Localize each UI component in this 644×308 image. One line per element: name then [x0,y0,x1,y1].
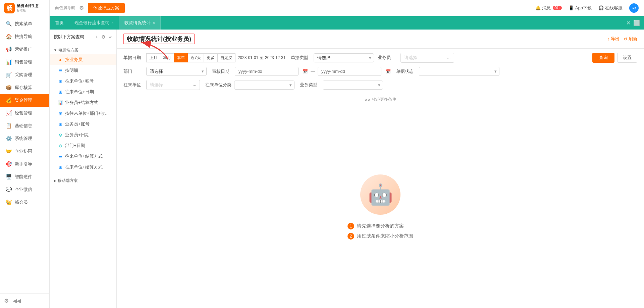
sidebar-item-member[interactable]: 👑 畅会员 [0,196,49,209]
add-plan-button[interactable]: + [95,34,99,40]
plan-item-by-salesperson[interactable]: ● 按业务员 [50,54,116,65]
calendar-from-icon[interactable]: 📅 [303,69,308,74]
sidebar-item-label: 企业协同 [15,148,32,154]
sidebar-item-shortcut[interactable]: 🏠 快捷导航 [0,30,49,43]
collapse-bar[interactable]: ∧∧ 收起更多条件 [123,94,637,105]
trial-button[interactable]: 体验行业方案 [88,3,125,13]
biztype-select[interactable] [323,81,383,90]
doctype-select[interactable]: 请选择 [314,53,374,62]
sidebar-item-purchase[interactable]: 🛒 采购管理 [0,68,49,81]
unit-date-icon: ⊞ [58,90,63,95]
date-tab-last-month[interactable]: 上月 [146,53,160,62]
sidebar-item-label: 销售管理 [15,59,32,65]
sidebar-item-wechat[interactable]: 💬 企业微信 [0,183,49,196]
sidebar-item-hardware[interactable]: 🖥️ 智能硬件 [0,170,49,183]
filter-date-item: 单据日期 上月 本月 本年 近7天 更多 自定义 2023-01-01 [123,53,285,62]
filter-row-1: 单据日期 上月 本月 本年 近7天 更多 自定义 2023-01-01 [123,53,637,63]
app-download-button[interactable]: 📱 App下载 [569,5,592,11]
filter-doctype-item: 单据类型 请选择 ▾ [291,53,372,62]
plan-item-dept-date[interactable]: ⊙ 部门+日期 [50,140,116,151]
plan-item-by-detail[interactable]: ☰ 按明细 [50,65,116,76]
filter-row-3: 往来单位 请选择 ··· 往来单位分类 [123,80,637,90]
step-2-number: 2 [347,233,354,240]
plan-group-mobile[interactable]: ▶ 移动端方案 [50,175,116,185]
plan-item-unit-dept-collect[interactable]: ⊞ 按往来单位+部门+收... [50,108,116,119]
sidebar-item-enterprise[interactable]: 🤝 企业协同 [0,145,49,158]
salesperson-placeholder: 请选择 [404,55,417,61]
plan-item-unit-date[interactable]: ⊞ 往来单位+日期 [50,87,116,97]
sidebar-item-business[interactable]: 📈 经营管理 [0,107,49,119]
date-tab-7days[interactable]: 近7天 [187,53,204,62]
plan-item-salesperson-settle[interactable]: 📊 业务员+结算方式 [50,97,116,108]
sidebar-item-sales[interactable]: 📊 销售管理 [0,56,49,68]
gear-icon: ⚙️ [5,136,12,142]
left-panel-actions: + ⚙ « [95,34,112,40]
plan-item-unit-account[interactable]: ⊞ 往来单位+账号 [50,76,116,87]
search-icon: 🔍 [5,21,12,27]
salesperson-input-wrap[interactable]: 请选择 ··· [400,53,454,63]
tab-collection-close-icon[interactable]: × [153,21,155,25]
sidebar-item-guide[interactable]: 🎯 新手引导 [0,158,49,170]
calendar-to-icon[interactable]: 📅 [385,69,391,74]
unit-settle1-icon: ☰ [58,154,63,159]
customer-service-button[interactable]: 🎧 在线客服 [598,5,623,11]
audit-date-to[interactable] [318,67,381,76]
settings-button[interactable]: 设置 [617,53,637,63]
tab-cashflow[interactable]: 现金银行流水查询 × [69,16,119,30]
date-tab-this-year[interactable]: 本年 [174,53,188,62]
settings-footer-icon[interactable]: ⚙ [4,298,9,304]
plan-group-desktop[interactable]: ▼ 电脑端方案 [50,45,116,54]
date-tab-more[interactable]: 更多 [204,53,218,62]
logo-icon: 畅 [4,3,15,13]
dept-date-icon: ⊙ [58,143,63,148]
sidebar-item-basic[interactable]: 📋 基础信息 [0,119,49,132]
tab-home[interactable]: 首页 [50,16,69,30]
collapse-footer-icon[interactable]: ◀◀ [13,298,21,304]
filter-dept-item: 部门 请选择 [123,67,207,76]
user-avatar[interactable]: Rit [629,3,639,13]
tab-cashflow-close-icon[interactable]: × [111,21,113,25]
plan-settings-icon[interactable]: ⚙ [101,34,106,40]
sidebar-item-system[interactable]: ⚙️ 系统管理 [0,132,49,145]
sidebar-item-finance[interactable]: 💰 资金管理 [0,94,49,107]
tab-collection[interactable]: 收款情况统计 × [119,16,160,30]
query-button[interactable]: 查询 [592,53,614,63]
dept-select[interactable]: 请选择 [146,67,207,76]
export-button[interactable]: ↑ 导出 [607,36,620,42]
date-tab-custom[interactable]: 自定义 [217,53,235,62]
biztype-label: 业务类型 [300,82,320,88]
filter-area: 单据日期 上月 本月 本年 近7天 更多 自定义 2023-01-01 [117,49,644,109]
plan-item-unit-settle2[interactable]: ⊞ 往来单位+结算方式 [50,162,116,172]
money-icon: 💰 [5,97,12,103]
sidebar-item-inventory[interactable]: 📦 库存核算 [0,81,49,94]
collapse-panel-icon[interactable]: « [108,34,112,40]
empty-robot-illustration: 🤖 [360,174,400,215]
filter-counterpart-item: 往来单位 请选择 ··· [123,80,200,90]
topbar-gear-icon[interactable]: ⚙ [79,5,84,11]
plan-item-salesperson-date[interactable]: ⊙ 业务员+日期 [50,130,116,140]
crown-icon: 👑 [5,199,12,205]
filter-and-content: 单据日期 上月 本月 本年 近7天 更多 自定义 2023-01-01 [117,49,644,308]
maximize-icon[interactable]: ⬜ [633,20,640,26]
audit-date-from[interactable] [235,67,299,76]
plan-item-salesperson-account[interactable]: ⊞ 业务员+账号 [50,119,116,130]
refresh-icon: ↺ [624,37,627,42]
counterpart-input-wrap[interactable]: 请选择 ··· [146,80,200,90]
sidebar-item-search[interactable]: 🔍 搜索菜单 [0,17,49,30]
docstatus-select[interactable] [419,67,499,76]
close-window-icon[interactable]: ✕ [626,20,631,26]
sidebar-item-label: 资金管理 [15,97,32,103]
date-tab-this-month[interactable]: 本月 [160,53,174,62]
filter-auditdate-item: 审核日期 📅 — 📅 [212,67,391,76]
counterpart-cat-select[interactable] [234,81,294,90]
unit-dept-icon: ⊞ [58,111,63,116]
salesperson-more-icon: ··· [447,55,451,60]
refresh-button[interactable]: ↺ 刷新 [624,36,637,42]
topbar: 面包屑导航 ⚙ 体验行业方案 🔔 消息 99+ 📱 App下载 🎧 在线客服 R… [50,0,644,16]
plan-item-unit-settle1[interactable]: ☰ 往来单位+结算方式 [50,151,116,162]
filter-salesperson-item: 业务员 请选择 ··· [378,53,454,63]
sidebar: 畅 畅捷通好生意 标准版 🔍 搜索菜单 🏠 快捷导航 📢 营销推广 📊 销售管理… [0,0,50,308]
sidebar-item-marketing[interactable]: 📢 营销推广 [0,43,49,56]
sidebar-item-label: 新手引导 [15,161,32,167]
messages-button[interactable]: 🔔 消息 99+ [535,5,562,11]
